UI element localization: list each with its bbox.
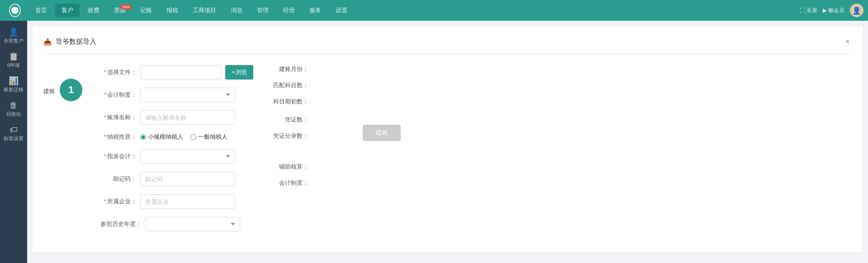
- account-system-label: 会计制度：: [100, 91, 137, 99]
- tax-type-small-input[interactable]: [140, 134, 146, 140]
- fullscreen-btn[interactable]: ⛶ 全屏: [800, 7, 817, 14]
- recycle-icon: 🗑: [9, 101, 18, 109]
- account-name-label: 账簿名称：: [100, 113, 137, 122]
- tax-type-general-label: 一般纳税人: [198, 133, 228, 141]
- step-label: 建账: [43, 87, 55, 95]
- form-col-right: 建账月份： 匹配科目数： 科目期初数：: [272, 65, 401, 231]
- sidebar: 👤 全部客户 📋 0申报 📊 账套迁移 🗑 回收站 🏷 标签设置: [0, 21, 27, 263]
- tax-type-label: 纳税性质：: [100, 133, 137, 141]
- nav-business-projects[interactable]: 工商项目: [186, 4, 223, 17]
- fullscreen-label: 全屏: [806, 7, 817, 14]
- voucher-count-label: 凭证数：: [272, 116, 308, 124]
- nav-tax[interactable]: 报税: [160, 4, 185, 17]
- memo-code-label: 助记码：: [100, 175, 137, 183]
- logo-circle: [9, 4, 21, 17]
- page-title-icon: 📥: [43, 38, 52, 46]
- select-file-label: 选择文件：: [100, 68, 137, 76]
- history-year-label: 参照历史年度：: [100, 220, 142, 228]
- nav-operations[interactable]: 经营: [277, 4, 301, 17]
- aux-calc-row: 辅助核算：: [272, 163, 401, 171]
- sidebar-item-tags[interactable]: 🏷 标签设置: [1, 122, 26, 146]
- all-customers-icon: 👤: [9, 28, 19, 36]
- new-badge: new: [121, 5, 131, 9]
- tags-icon: 🏷: [9, 126, 18, 134]
- nav-services[interactable]: 服务: [303, 4, 327, 17]
- accounting-system-row: 会计制度：: [272, 179, 401, 187]
- history-year-select[interactable]: [145, 217, 240, 231]
- sidebar-label-recycle: 回收站: [6, 111, 21, 117]
- tax-type-small-label: 小规模纳税人: [148, 133, 183, 141]
- nav-invoices[interactable]: 票据 new: [108, 4, 132, 17]
- nav-settings[interactable]: 设置: [329, 4, 354, 17]
- company-row: 所属企业：: [100, 194, 254, 209]
- select-file-row: 选择文件： +浏览: [100, 65, 254, 80]
- accountant-label: 指派会计：: [100, 152, 137, 160]
- nav-fees[interactable]: 收费: [81, 4, 106, 17]
- tax-type-general-radio[interactable]: 一般纳税人: [190, 133, 228, 141]
- vip-label: 畅会员: [828, 7, 844, 14]
- page-title: 导爷数据导入: [56, 38, 96, 46]
- accountant-select[interactable]: [140, 149, 235, 164]
- period-init-row: 科目期初数：: [272, 98, 401, 106]
- tax-type-radio-group: 小规模纳税人 一般纳税人: [140, 133, 228, 141]
- nav-bookkeeping[interactable]: 记账: [134, 4, 158, 17]
- company-input[interactable]: [140, 194, 235, 209]
- account-system-select[interactable]: [140, 88, 235, 102]
- memo-code-input[interactable]: [140, 172, 235, 186]
- tax-type-small-radio[interactable]: 小规模纳税人: [140, 133, 183, 141]
- memo-code-row: 助记码：: [100, 172, 254, 186]
- nav-customers[interactable]: 客户: [55, 4, 80, 17]
- form-area: 建账 1 选择文件： +浏览: [43, 65, 586, 231]
- vip-icon: ▶: [823, 7, 827, 14]
- nav-messages[interactable]: 消息: [224, 4, 249, 17]
- layout: 👤 全部客户 📋 0申报 📊 账套迁移 🗑 回收站 🏷 标签设置 📥 导爷: [0, 21, 868, 263]
- account-name-row: 账簿名称：: [100, 110, 254, 125]
- page-title-area: 📥 导爷数据导入: [43, 38, 96, 46]
- nav-items: 首页 客户 收费 票据 new 记账 报税 工商项目 消息 管理 经营 服务 设…: [29, 4, 800, 17]
- user-avatar[interactable]: 👤: [850, 4, 863, 17]
- form-columns: 选择文件： +浏览 会计制度：: [100, 65, 586, 231]
- period-init-label: 科目期初数：: [272, 98, 308, 106]
- account-month-row: 建账月份：: [272, 65, 401, 73]
- create-account-button[interactable]: 建账: [363, 125, 401, 141]
- browse-button[interactable]: +浏览: [225, 65, 253, 80]
- account-name-input[interactable]: [140, 110, 235, 125]
- zero-declare-icon: 📋: [9, 52, 19, 61]
- page-header: 📥 导爷数据导入 ×: [43, 35, 852, 54]
- nav-management[interactable]: 管理: [251, 4, 275, 17]
- file-input[interactable]: [140, 65, 222, 80]
- sidebar-label-account-migrate: 账套迁移: [4, 86, 24, 93]
- sidebar-item-zero-declare[interactable]: 📋 0申报: [1, 49, 26, 72]
- tax-type-row: 纳税性质： 小规模纳税人 一般纳税人: [100, 133, 254, 141]
- nav-right-area: ⛶ 全屏 ▶ 畅会员 👤: [800, 4, 863, 17]
- match-subjects-row: 匹配科目数：: [272, 81, 401, 89]
- tax-type-general-input[interactable]: [190, 134, 196, 140]
- sidebar-item-account-migrate[interactable]: 📊 账套迁移: [1, 73, 26, 97]
- aux-calc-label: 辅助核算：: [272, 163, 308, 171]
- step-badge: 1: [60, 79, 82, 101]
- main-content: 📥 导爷数据导入 × 建账 1: [27, 21, 868, 263]
- sidebar-label-tags: 标签设置: [4, 135, 24, 142]
- sidebar-label-zero-declare: 0申报: [7, 62, 20, 69]
- vip-btn[interactable]: ▶ 畅会员: [823, 7, 844, 14]
- logo-inner: [11, 7, 19, 14]
- nav-home[interactable]: 首页: [29, 4, 53, 17]
- page-card: 📥 导爷数据导入 × 建账 1: [33, 26, 863, 252]
- step-area: 建账 1: [43, 65, 82, 231]
- form-col-left: 选择文件： +浏览 会计制度：: [100, 65, 254, 231]
- create-btn-wrapper: 建账: [363, 121, 401, 141]
- company-label: 所属企业：: [100, 197, 137, 206]
- account-month-label: 建账月份：: [272, 65, 308, 73]
- history-year-row: 参照历史年度：: [100, 217, 254, 231]
- top-navigation: 首页 客户 收费 票据 new 记账 报税 工商项目 消息 管理 经营 服务 设…: [0, 0, 868, 21]
- accounting-system-label: 会计制度：: [272, 179, 308, 187]
- account-system-row: 会计制度：: [100, 88, 254, 102]
- sidebar-label-all-customers: 全部客户: [4, 38, 24, 44]
- account-migrate-icon: 📊: [9, 77, 19, 85]
- logo: [5, 0, 25, 21]
- close-button[interactable]: ×: [843, 35, 852, 48]
- sidebar-item-all-customers[interactable]: 👤 全部客户: [1, 24, 26, 48]
- accountant-row: 指派会计：: [100, 149, 254, 164]
- fullscreen-icon: ⛶: [800, 7, 805, 14]
- sidebar-item-recycle[interactable]: 🗑 回收站: [1, 98, 26, 121]
